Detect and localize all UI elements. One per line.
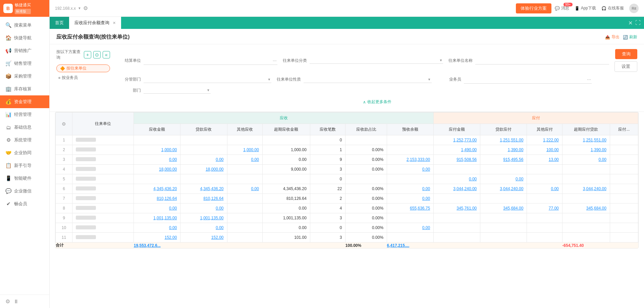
logo-badge: 标准版 (15, 9, 31, 14)
settings-bottom-icon[interactable]: ⚙ (5, 298, 10, 305)
query-button[interactable]: 查询 (615, 49, 637, 59)
sidebar-label-basic: 基础信息 (14, 124, 32, 130)
refresh-button[interactable]: 🔄 刷新 (623, 34, 637, 40)
partner-name-input[interactable] (475, 57, 609, 64)
jiesuan-select[interactable]: ··· (144, 56, 277, 65)
footer-ar-ratio: 100.00% (345, 243, 387, 249)
sidebar-label-purchase: 采购管理 (14, 73, 32, 79)
hardware-icon: 📱 (5, 175, 11, 181)
gear-icon[interactable]: ⚙ (83, 5, 88, 11)
jiesuan-ellipsis[interactable]: ··· (273, 58, 277, 63)
sidebar-item-marketing[interactable]: 📢 营销推广 (0, 44, 49, 57)
scheme-salesman-dot (58, 77, 60, 79)
scheme-by-salesman[interactable]: 按业务员 (56, 74, 110, 81)
add-scheme-button[interactable]: + (84, 51, 91, 58)
scheme-settings-button[interactable]: ⊙ (93, 51, 101, 58)
col-ar-amount: 应收金额 (134, 124, 180, 135)
sidebar-item-search[interactable]: 🔍 搜索菜单 (0, 19, 49, 32)
service-icon: 🎧 (601, 6, 606, 11)
field-partner-name: 往来单位名称 (448, 57, 609, 64)
footer-advance-balance[interactable]: 6,417,215.... (387, 243, 434, 249)
salesman-ellipsis[interactable]: ··· (587, 77, 591, 82)
sidebar-item-member[interactable]: ✔ 畅会员 (0, 197, 49, 210)
partner-category-select[interactable]: ▼ (310, 57, 443, 64)
chevron-down-icon: ▼ (78, 6, 81, 10)
refresh-icon: 🔄 (623, 35, 628, 40)
solution-button[interactable]: 体验行业方案 (516, 3, 551, 13)
footer-ar-amount[interactable]: 19,553,472.6... (134, 243, 180, 249)
logo-name: 畅捷通买 (15, 3, 31, 8)
tab-receivable-label: 应收应付余额查询 (74, 20, 109, 26)
online-service-button[interactable]: 🎧 在线客服 (601, 5, 624, 11)
footer-label: 合计 (56, 243, 134, 249)
app-download-button[interactable]: 📱 App下载 (575, 5, 596, 11)
field-department: 部门 ▼ (117, 87, 211, 94)
sidebar-item-system[interactable]: ⚙ 系统管理 (0, 134, 49, 146)
inventory-icon: 🏢 (5, 86, 11, 92)
table-row: 3 0.000.000.000.0090.00%2,153,333.00915,… (56, 155, 638, 165)
export-button[interactable]: 📤 导出 (605, 34, 620, 40)
category-chevron-icon: ▼ (439, 58, 442, 62)
sidebar-nav: 🔍 搜索菜单 🏠 快捷导航 📢 营销推广 🛒 销售管理 📦 采购管理 🏢 库存核… (0, 17, 49, 295)
search-icon: 🔍 (5, 22, 11, 28)
col-overdue-ar: 超期应收金额 (262, 124, 310, 135)
column-header-row: 应收金额 贷款应收 其他应收 超期应收金额 应收笔数 应收款占比 预收余额 应付… (56, 124, 638, 135)
col-other-ap: 其他应付 (527, 124, 562, 135)
col-ap-extra: 应付... (610, 124, 638, 135)
close-window-icon[interactable]: ✕ (628, 20, 633, 26)
col-ap-amount: 应付金额 (434, 124, 480, 135)
tab-home-label: 首页 (55, 20, 64, 26)
col-other-ar: 其他应收 (227, 124, 262, 135)
salesman-select[interactable]: ··· (464, 75, 592, 84)
dept-select[interactable]: ▼ (144, 76, 271, 83)
sidebar-item-basic[interactable]: 🗂 基础信息 (0, 121, 49, 134)
message-button[interactable]: 💬 消息 99+ (555, 5, 569, 11)
scheme-by-partner[interactable]: 🔶 按往来单位 (56, 64, 110, 72)
sidebar-item-wechat[interactable]: 💬 企业微信 (0, 185, 49, 197)
collapse-icon[interactable]: ⏸ (13, 299, 19, 305)
sidebar-item-hardware[interactable]: 📱 智能硬件 (0, 172, 49, 185)
sidebar-item-inventory[interactable]: 🏢 库存核算 (0, 83, 49, 95)
department-select[interactable]: ▼ (144, 87, 211, 94)
sidebar-item-quicknav[interactable]: 🏠 快捷导航 (0, 32, 49, 44)
sidebar-item-collab[interactable]: 🤝 企业协同 (0, 146, 49, 159)
collapse-label: 收起更多条件 (367, 99, 391, 105)
sidebar-label-sales: 销售管理 (14, 60, 32, 67)
tab-close-icon[interactable]: ✕ (113, 21, 116, 25)
sidebar-item-purchase[interactable]: 📦 采购管理 (0, 70, 49, 83)
collapse-bar[interactable]: ∧ 收起更多条件 (117, 97, 637, 107)
sidebar-item-finance[interactable]: 💰 资金管理 (0, 95, 49, 108)
set-button[interactable]: 设置 (614, 61, 637, 72)
sidebar-item-guide[interactable]: 📋 新手引导 (0, 159, 49, 172)
table-settings-icon[interactable]: ⚙ (62, 121, 66, 127)
sidebar-logo: B 畅捷通买 标准版 (0, 0, 49, 17)
page-container: 应收应付余额查询(按往来单位) 📤 导出 🔄 刷新 按以下方案查询 (50, 29, 644, 308)
table-row: 9 1,001,135.001,001,135.001,001,135.0030… (56, 213, 638, 223)
sidebar-label-member: 畅会员 (14, 201, 27, 207)
dept-chevron-icon: ▼ (267, 78, 271, 81)
table-body: 1 01,252,773.001,251,551.001,222.001,251… (56, 135, 638, 243)
filter-section: 按以下方案查询 + ⊙ « 🔶 按往来单位 (50, 44, 644, 112)
partner-nature-select[interactable]: ▼ (304, 76, 431, 83)
col-group-ar: 应收 (134, 113, 434, 124)
logo-icon: B (3, 4, 13, 13)
sidebar-bottom: ⚙ ⏸ (0, 295, 49, 308)
export-label: 导出 (611, 34, 620, 40)
operations-icon: 📊 (5, 112, 11, 118)
table-row: 1 01,252,773.001,251,551.001,222.001,251… (56, 135, 638, 145)
user-avatar[interactable]: Rit (629, 4, 639, 13)
col-ar-ratio: 应收款占比 (345, 124, 387, 135)
tab-home[interactable]: 首页 (50, 17, 69, 29)
maximize-icon[interactable]: ⛶ (635, 20, 641, 26)
table-row: 7 810,126.64810,126.64810,126.6420.00%0.… (56, 194, 638, 204)
sidebar-label-system: 系统管理 (14, 137, 32, 143)
sidebar-item-sales[interactable]: 🛒 销售管理 (0, 57, 49, 70)
sidebar-label-marketing: 营销推广 (14, 48, 32, 54)
top-header: 192.168.x.x ▼ ⚙ 体验行业方案 💬 消息 99+ 📱 App下载 … (50, 0, 644, 17)
scheme-collapse-button[interactable]: « (103, 51, 110, 58)
col-advance-balance: 预收余额 (387, 124, 434, 135)
page-header: 应收应付余额查询(按往来单位) 📤 导出 🔄 刷新 (50, 29, 644, 44)
message-badge: 99+ (564, 3, 573, 6)
tab-receivable[interactable]: 应收应付余额查询 ✕ (69, 17, 121, 29)
sidebar-item-operations[interactable]: 📊 经营管理 (0, 108, 49, 121)
